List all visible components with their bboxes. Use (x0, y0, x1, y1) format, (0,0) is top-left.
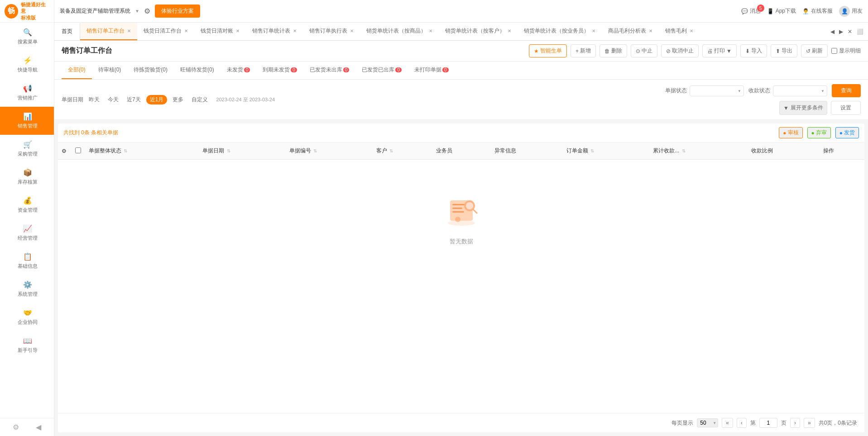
tab-sales-summary-staff[interactable]: 销货单统计表（按业务员）✕ (518, 23, 602, 40)
collapse-icon[interactable]: ◀ (36, 423, 41, 431)
sidebar-item-basic[interactable]: 📋基础信息 (0, 247, 54, 275)
review-dot: ● (783, 130, 786, 136)
tab-close-cash-clear[interactable]: ✕ (184, 28, 188, 33)
sidebar-item-search[interactable]: 🔍搜索菜单 (0, 23, 54, 51)
sidebar-item-quicknav[interactable]: ⚡快捷导航 (0, 51, 54, 79)
payment-select[interactable] (773, 85, 827, 96)
tab-close-sales-profit[interactable]: ✕ (690, 28, 693, 33)
cancel-stop-button[interactable]: ⊘ 取消中止 (661, 44, 699, 57)
first-page-button[interactable]: « (722, 418, 733, 428)
sub-tab-pending-review[interactable]: 待审核(0) (92, 62, 128, 79)
th-number[interactable]: 单据编号 ⇅ (286, 142, 373, 160)
date-options: 昨天今天近7天近1月更多自定义 (86, 95, 211, 104)
sidebar-item-purchase[interactable]: 🛒采购管理 (0, 135, 54, 163)
tab-sales-exec[interactable]: 销售订单执行表✕ (303, 23, 360, 40)
refresh-button[interactable]: ↺ 刷新 (801, 44, 828, 57)
stop-button[interactable]: ⊙ 中止 (631, 44, 657, 57)
message-item[interactable]: 💬 消息 5 (741, 7, 761, 15)
query-button[interactable]: 查询 (832, 84, 861, 97)
sub-tab-wangpu-deliver[interactable]: 旺铺待发货(0) (174, 62, 221, 79)
tab-sales-summary-customer[interactable]: 销货单统计表（按客户）✕ (439, 23, 518, 40)
th-customer[interactable]: 客户 ⇅ (373, 142, 432, 160)
column-settings-icon[interactable]: ⚙ (62, 148, 67, 154)
service-item[interactable]: 👨‍💼 在线客服 (802, 7, 833, 15)
tab-maximize-button[interactable]: ⬜ (855, 27, 865, 37)
tab-close-all-button[interactable]: ✕ (846, 27, 854, 37)
tab-close-cash-reconcile[interactable]: ✕ (236, 28, 240, 33)
tab-home[interactable]: 首页 (54, 23, 80, 40)
show-detail-checkbox[interactable] (831, 48, 837, 54)
sub-tab-delivered-stocked[interactable]: 已发货已出库0 (355, 62, 408, 79)
last-page-button[interactable]: » (804, 418, 815, 428)
th-date[interactable]: 单据日期 ⇅ (199, 142, 286, 160)
tab-cash-reconcile[interactable]: 钱货日清对账✕ (194, 23, 246, 40)
sidebar-label-purchase: 采购管理 (18, 151, 38, 157)
sidebar-item-system[interactable]: ⚙️系统管理 (0, 275, 54, 303)
svg-point-6 (466, 202, 473, 209)
date-option-近7天[interactable]: 近7天 (124, 95, 144, 104)
svg-rect-4 (452, 211, 464, 213)
sub-tab-delivered-not-stocked[interactable]: 已发货未出库0 (303, 62, 356, 79)
tab-close-sales-workbench[interactable]: ✕ (127, 28, 131, 33)
date-option-昨天[interactable]: 昨天 (86, 95, 102, 104)
sidebar-item-cooperation[interactable]: 🤝企业协同 (0, 303, 54, 331)
date-option-更多[interactable]: 更多 (170, 95, 186, 104)
solution-button[interactable]: 体验行业方案 (155, 5, 200, 18)
tab-sales-stats[interactable]: 销售订单统计表✕ (246, 23, 303, 40)
tab-sales-profit[interactable]: 销售毛利✕ (659, 23, 700, 40)
show-detail-label[interactable]: 显示明细 (831, 47, 861, 55)
expand-icon: ▼ (783, 105, 789, 111)
delete-button[interactable]: 🗑 删除 (599, 44, 627, 57)
add-button[interactable]: + 新增 (571, 44, 596, 57)
tab-cash-clear[interactable]: 钱货日清工作台✕ (137, 23, 194, 40)
review-action-button[interactable]: ● 审核 (779, 127, 802, 138)
operations-icon: 📈 (23, 224, 32, 233)
send-action-button[interactable]: ● 发货 (835, 127, 859, 138)
sub-tab-not-printed[interactable]: 未打印单据0 (408, 62, 455, 79)
set-button[interactable]: 设置 (831, 101, 861, 115)
tab-close-gross-margin[interactable]: ✕ (649, 28, 652, 33)
date-option-今天[interactable]: 今天 (105, 95, 121, 104)
next-page-button[interactable]: › (790, 418, 800, 428)
user-item[interactable]: 👤 用友 (839, 6, 863, 17)
tab-sales-workbench[interactable]: 销售订单工作台✕ (80, 23, 137, 40)
sidebar-item-sales[interactable]: 📊销售管理 (0, 107, 54, 135)
status-select[interactable] (690, 85, 744, 96)
app-download-item[interactable]: 📱 App下载 (767, 7, 796, 15)
prev-page-button[interactable]: ‹ (737, 418, 747, 428)
th-collected[interactable]: 累计收款... ⇅ (649, 142, 748, 160)
date-option-自定义[interactable]: 自定义 (189, 95, 211, 104)
tab-sales-summary-product[interactable]: 销货单统计表（按商品）✕ (360, 23, 439, 40)
expand-filter-button[interactable]: ▼ 展开更多条件 (779, 101, 827, 115)
tab-close-sales-summary-staff[interactable]: ✕ (592, 28, 595, 33)
date-option-近1月[interactable]: 近1月 (146, 95, 168, 104)
sidebar-item-guide[interactable]: 📖新手引导 (0, 331, 54, 359)
tab-scroll-left-button[interactable]: ◀ (829, 27, 836, 37)
topbar-gear-icon[interactable]: ⚙ (144, 7, 150, 15)
tab-gross-margin[interactable]: 商品毛利分析表✕ (602, 23, 659, 40)
print-button[interactable]: 🖨 打印 ▼ (702, 44, 737, 57)
sort-customer-icon: ⇅ (389, 148, 393, 153)
page-input[interactable] (759, 418, 777, 428)
cancel-review-action-button[interactable]: ● 弃审 (807, 127, 831, 138)
smart-create-button[interactable]: ★ 智能生单 (529, 44, 567, 57)
sub-tab-not-delivered[interactable]: 未发货0 (221, 62, 257, 79)
sidebar-item-operations[interactable]: 📈经营管理 (0, 219, 54, 247)
select-all-checkbox[interactable] (75, 147, 81, 153)
tab-close-sales-exec[interactable]: ✕ (350, 28, 354, 33)
page-size-select[interactable]: 20 50 100 200 (697, 418, 718, 427)
sidebar-item-marketing[interactable]: 📢营销推广 (0, 79, 54, 107)
tab-scroll-right-button[interactable]: ▶ (837, 27, 845, 37)
sidebar-item-finance[interactable]: 💰资金管理 (0, 191, 54, 219)
th-amount[interactable]: 订单金额 ⇅ (563, 142, 650, 160)
settings-icon[interactable]: ⚙ (13, 423, 19, 431)
sub-tab-all[interactable]: 全部(0) (62, 62, 92, 79)
import-button[interactable]: ⬇ 导入 (740, 44, 767, 57)
sub-tab-pending-check[interactable]: 待拣货验货(0) (127, 62, 174, 79)
tab-close-sales-summary-customer[interactable]: ✕ (508, 28, 511, 33)
sidebar-item-inventory[interactable]: 📦库存核算 (0, 163, 54, 191)
export-button[interactable]: ⬆ 导出 (771, 44, 797, 57)
tab-close-sales-stats[interactable]: ✕ (293, 28, 297, 33)
tab-close-sales-summary-product[interactable]: ✕ (429, 28, 432, 33)
sub-tab-overdue-not-delivered[interactable]: 到期未发货0 (256, 62, 303, 79)
